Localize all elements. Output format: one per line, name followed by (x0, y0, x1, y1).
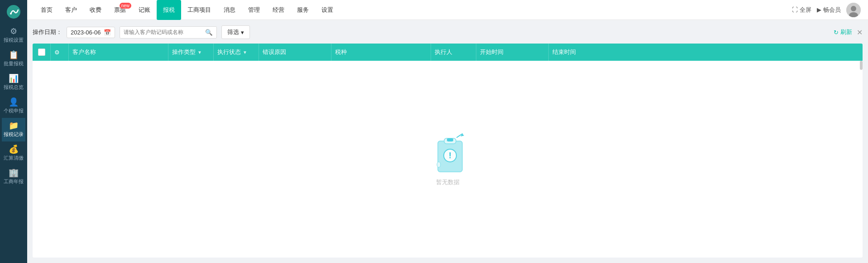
sidebar: ⚙ 报税设置📋 批量报税📊 报税总览👤 个税申报📁 报税记录💰 汇算清缴🏢 工商… (0, 0, 27, 263)
sidebar-item-baoshui-shezhi[interactable]: ⚙ 报税设置 (2, 24, 25, 47)
content-area: 操作日期： 2023-06-06 📅 🔍 筛选 ▾ ↻ 刷新 ✕ (27, 20, 868, 263)
date-picker[interactable]: 2023-06-06 📅 (67, 27, 115, 38)
piliang-baoshui-label: 批量报税 (4, 60, 24, 67)
svg-point-0 (7, 5, 20, 19)
nav-item-jizhang[interactable]: 记账 (132, 0, 157, 20)
baoshui-zonglan-label: 报税总览 (4, 84, 24, 91)
sidebar-item-baoshui-zonglan[interactable]: 📊 报税总览 (2, 71, 25, 94)
avatar[interactable] (846, 3, 861, 17)
svg-text:!: ! (449, 151, 451, 160)
th-tax-type: 税种 (331, 44, 431, 61)
huisuan-jiaona-icon: 💰 (9, 145, 19, 153)
svg-point-1 (10, 13, 12, 15)
th-settings[interactable]: ⚙ (51, 44, 69, 61)
empty-state: ! 暂无数据 (421, 123, 475, 195)
svg-rect-7 (447, 138, 453, 141)
sort-icon-op-type: ▼ (197, 50, 202, 55)
th-op-type[interactable]: 操作类型 ▼ (168, 44, 214, 61)
th-end-time: 结束时间 (549, 44, 603, 61)
sort-icon-exec-status: ▼ (243, 50, 247, 55)
search-box: 🔍 (120, 26, 217, 39)
th-start-time: 开始时间 (476, 44, 549, 61)
geshui-shenbao-icon: 👤 (9, 98, 19, 106)
empty-illustration: ! (430, 132, 466, 173)
app-logo[interactable] (5, 4, 22, 20)
th-start-time-label: 开始时间 (480, 48, 504, 56)
video-icon: ▶ (817, 6, 821, 13)
main-area: 首页客户收费票据new记账报税工商项目消息管理经营服务设置 ⛶ 全屏 ▶ 畅会员 (27, 0, 868, 263)
data-table: ⚙ 客户名称 操作类型 ▼ 执行状态 ▼ 错误原因 税种 (33, 44, 863, 258)
baoshui-shezhi-icon: ⚙ (10, 27, 17, 35)
nav-item-shezhi[interactable]: 设置 (315, 0, 340, 20)
svg-point-3 (851, 6, 856, 11)
sidebar-item-baoshui-jilu[interactable]: 📁 报税记录 (2, 118, 25, 141)
baoshui-shezhi-label: 报税设置 (4, 37, 24, 44)
th-exec-status-label: 执行状态 (217, 48, 241, 56)
header-checkbox[interactable] (38, 49, 45, 56)
nav-item-xiaoxi[interactable]: 消息 (217, 0, 242, 20)
member-button[interactable]: ▶ 畅会员 (817, 6, 841, 14)
table-header: ⚙ 客户名称 操作类型 ▼ 执行状态 ▼ 错误原因 税种 (33, 44, 863, 61)
member-label: 畅会员 (823, 6, 841, 14)
nav-item-jingying[interactable]: 经营 (266, 0, 291, 20)
search-icon: 🔍 (205, 29, 213, 36)
geshui-shenbao-label: 个税申报 (4, 107, 24, 114)
huisuan-jiaona-label: 汇算清缴 (4, 155, 24, 161)
scroll-bar[interactable] (860, 61, 863, 70)
th-executor: 执行人 (431, 44, 476, 61)
th-executor-label: 执行人 (435, 48, 452, 56)
table-body: ! 暂无数据 (33, 61, 863, 258)
th-customer-name: 客户名称 (69, 44, 168, 61)
gongshang-nianbao-label: 工商年报 (4, 178, 24, 185)
date-value: 2023-06-06 (71, 29, 101, 36)
sidebar-item-huisuan-jiaona[interactable]: 💰 汇算清缴 (2, 141, 25, 165)
refresh-button[interactable]: ↻ 刷新 (834, 28, 852, 36)
baoshui-jilu-label: 报税记录 (4, 131, 24, 138)
fullscreen-button[interactable]: ⛶ 全屏 (792, 6, 811, 14)
nav-item-guanli[interactable]: 管理 (242, 0, 266, 20)
nav-item-kehu[interactable]: 客户 (59, 0, 83, 20)
th-exec-status[interactable]: 执行状态 ▼ (214, 44, 259, 61)
chevron-down-icon: ▾ (241, 29, 244, 36)
sidebar-item-gongshang-nianbao[interactable]: 🏢 工商年报 (2, 165, 25, 189)
filter-button[interactable]: 筛选 ▾ (221, 25, 250, 39)
nav-item-baoshui[interactable]: 报税 (157, 0, 181, 20)
empty-text: 暂无数据 (436, 178, 460, 186)
calendar-icon: 📅 (104, 29, 111, 36)
search-input[interactable] (120, 27, 201, 38)
svg-rect-11 (442, 169, 453, 171)
refresh-icon: ↻ (834, 29, 839, 36)
th-op-type-label: 操作类型 (172, 48, 196, 56)
svg-point-14 (437, 162, 441, 167)
nav-badge-piao-ju: new (120, 3, 131, 9)
nav-item-gongshang-xiangmu[interactable]: 工商项目 (181, 0, 217, 20)
th-checkbox[interactable] (33, 44, 51, 61)
fullscreen-label: 全屏 (800, 6, 811, 14)
th-tax-type-label: 税种 (335, 48, 347, 56)
sidebar-item-piliang-baoshui[interactable]: 📋 批量报税 (2, 47, 25, 71)
nav-item-fuwu[interactable]: 服务 (291, 0, 315, 20)
th-end-time-label: 结束时间 (552, 48, 576, 56)
th-error-reason-label: 错误原因 (263, 48, 286, 56)
piliang-baoshui-icon: 📋 (9, 51, 19, 59)
baoshui-zonglan-icon: 📊 (9, 74, 19, 83)
gongshang-nianbao-icon: 🏢 (9, 169, 19, 177)
nav-item-shoufei[interactable]: 收费 (83, 0, 108, 20)
nav-item-shouye[interactable]: 首页 (34, 0, 59, 20)
nav-item-piao-ju[interactable]: 票据new (108, 0, 132, 20)
th-customer-name-label: 客户名称 (72, 48, 96, 56)
toolbar: 操作日期： 2023-06-06 📅 🔍 筛选 ▾ ↻ 刷新 ✕ (33, 25, 863, 39)
date-label: 操作日期： (33, 28, 62, 36)
svg-rect-10 (442, 166, 458, 167)
close-button[interactable]: ✕ (857, 28, 863, 37)
baoshui-jilu-icon: 📁 (9, 122, 19, 130)
th-error-reason: 错误原因 (259, 44, 331, 61)
topnav-right: ⛶ 全屏 ▶ 畅会员 (792, 3, 861, 17)
search-button[interactable]: 🔍 (201, 27, 216, 38)
settings-icon: ⚙ (54, 49, 60, 56)
fullscreen-icon: ⛶ (792, 6, 798, 13)
top-navigation: 首页客户收费票据new记账报税工商项目消息管理经营服务设置 ⛶ 全屏 ▶ 畅会员 (27, 0, 868, 20)
filter-label: 筛选 (227, 28, 239, 36)
sidebar-item-geshui-shenbao[interactable]: 👤 个税申报 (2, 94, 25, 118)
refresh-label: 刷新 (840, 28, 852, 36)
